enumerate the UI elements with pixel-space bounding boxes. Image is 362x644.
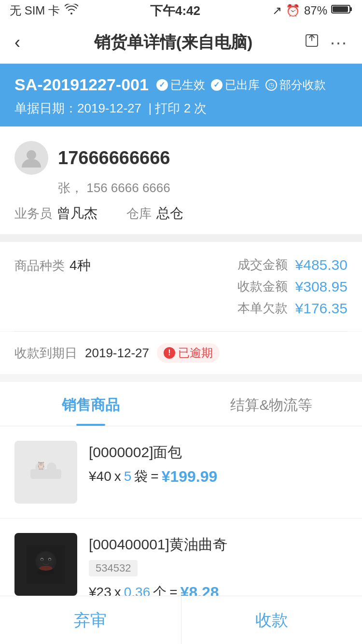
transaction-amount-row: 成交金额 ¥485.30 — [237, 256, 348, 273]
summary-right: 成交金额 ¥485.30 收款金额 ¥308.95 本单欠款 ¥176.35 — [237, 256, 348, 317]
transaction-amount-label: 成交金额 — [237, 256, 288, 273]
collection-amount-row: 收款金额 ¥308.95 — [237, 278, 348, 295]
transaction-amount-value: ¥485.30 — [295, 257, 348, 273]
equal-sign-1: = — [151, 469, 158, 484]
product-image-1: 🦉 — [14, 441, 77, 504]
product-sku-2: 534532 — [89, 560, 138, 576]
banner-date: 单据日期：2019-12-27 | 打印 2 次 — [14, 100, 348, 117]
back-button[interactable]: ‹ — [14, 32, 43, 53]
order-id: SA-20191227-001 — [14, 75, 149, 94]
battery-icon — [331, 4, 352, 17]
multiply-sign-1: x — [114, 469, 121, 484]
customer-avatar — [14, 141, 48, 175]
unit-price-1: ¥40 — [89, 469, 111, 484]
page-title: 销货单详情(来自电脑) — [94, 31, 253, 54]
svg-rect-2 — [333, 6, 348, 12]
total-1: ¥199.99 — [162, 468, 218, 486]
warehouse-item: 仓库 总仓 — [126, 204, 183, 223]
product-type-value: 4种 — [70, 256, 91, 275]
header-banner: SA-20191227-001 ✓ 已生效 ✓ 已出库 ◷ 部分收款 单据日期：… — [0, 64, 362, 126]
status-left: 无 SIM 卡 — [10, 3, 78, 18]
check-icon-2: ✓ — [211, 79, 223, 91]
product-name-1: [0000002]面包 — [89, 443, 348, 462]
sales-rep-item: 业务员 曾凡杰 — [14, 204, 97, 223]
customer-account-id: 17666666666 — [58, 148, 170, 168]
banner-top: SA-20191227-001 ✓ 已生效 ✓ 已出库 ◷ 部分收款 — [14, 75, 348, 94]
status-time: 下午4:42 — [150, 2, 200, 19]
divider-1 — [0, 234, 362, 242]
battery-label: 87% — [304, 4, 327, 17]
status-bar: 无 SIM 卡 下午4:42 ↗ ⏰ 87% — [0, 0, 362, 21]
svg-rect-1 — [350, 7, 352, 11]
location-icon: ↗ — [272, 4, 282, 17]
product-price-row-1: ¥40 x 5 袋 = ¥199.99 — [89, 467, 348, 486]
products-container: 🦉 [0000002]面包 ¥40 x 5 袋 = ¥199.99 — [0, 426, 362, 616]
warehouse-label: 仓库 — [126, 205, 152, 222]
sales-rep-value: 曾凡杰 — [57, 204, 97, 223]
clock-icon: ◷ — [265, 79, 277, 91]
alarm-icon: ⏰ — [286, 4, 300, 17]
nav-bar: ‹ 销货单详情(来自电脑) ··· — [0, 21, 362, 64]
more-button[interactable]: ··· — [330, 32, 348, 53]
qty-1: 5 — [124, 469, 132, 484]
tabs-container: 销售商品 结算&物流等 — [0, 382, 362, 426]
summary-row: 商品种类 4种 成交金额 ¥485.30 收款金额 ¥308.95 本单欠款 ¥… — [14, 256, 348, 317]
svg-point-4 — [27, 150, 36, 160]
status-tag-effective: ✓ 已生效 — [156, 77, 205, 93]
due-date-label: 收款到期日 — [14, 345, 77, 362]
customer-meta: 业务员 曾凡杰 仓库 总仓 — [14, 204, 348, 223]
check-icon-1: ✓ — [156, 79, 168, 91]
product-info-2: [000400001]黄油曲奇 534532 ¥23 x 0.36 个 = ¥8… — [89, 533, 348, 602]
collection-amount-label: 收款金额 — [237, 278, 288, 295]
product-type-label: 商品种类 — [14, 257, 65, 274]
collection-amount-value: ¥308.95 — [295, 279, 348, 295]
product-info-1: [0000002]面包 ¥40 x 5 袋 = ¥199.99 — [89, 441, 348, 486]
sales-rep-label: 业务员 — [14, 205, 52, 222]
due-date-value: 2019-12-27 — [85, 346, 149, 361]
arrears-value: ¥176.35 — [295, 300, 348, 317]
svg-point-16 — [39, 566, 52, 571]
status-right: ↗ ⏰ 87% — [272, 4, 352, 17]
status-tag-partial: ◷ 部分收款 — [265, 77, 326, 93]
overdue-badge: ! 已逾期 — [157, 343, 220, 363]
arrears-row: 本单欠款 ¥176.35 — [237, 300, 348, 317]
tab-settlement[interactable]: 结算&物流等 — [181, 382, 362, 426]
overdue-icon: ! — [164, 347, 175, 359]
unit-1: 袋 — [134, 467, 148, 486]
collect-payment-button[interactable]: 收款 — [181, 596, 362, 644]
tab-sales-products[interactable]: 销售商品 — [0, 382, 181, 426]
due-section: 收款到期日 2019-12-27 ! 已逾期 — [0, 332, 362, 374]
nav-actions: ··· — [303, 32, 348, 53]
customer-detail: 张， 156 6666 6666 — [14, 180, 348, 196]
product-name-2: [000400001]黄油曲奇 — [89, 535, 348, 555]
status-tag-shipped: ✓ 已出库 — [211, 77, 260, 93]
customer-section: 17666666666 张， 156 6666 6666 业务员 曾凡杰 仓库 … — [0, 126, 362, 234]
svg-point-14 — [41, 559, 43, 560]
svg-point-15 — [49, 559, 51, 560]
product-image-2 — [14, 533, 77, 596]
overdue-text: 已逾期 — [178, 345, 213, 361]
arrears-label: 本单欠款 — [237, 300, 288, 317]
product-type-item: 商品种类 4种 — [14, 256, 91, 275]
summary-left: 商品种类 4种 — [14, 256, 91, 275]
no-sim-label: 无 SIM 卡 — [10, 3, 60, 18]
summary-section: 商品种类 4种 成交金额 ¥485.30 收款金额 ¥308.95 本单欠款 ¥… — [0, 242, 362, 331]
bottom-action-bar: 弃审 收款 — [0, 596, 362, 644]
status-tags: ✓ 已生效 ✓ 已出库 ◷ 部分收款 — [156, 77, 326, 93]
wifi-icon — [65, 4, 78, 17]
share-button[interactable] — [303, 32, 320, 53]
svg-text:🦉: 🦉 — [36, 461, 46, 470]
cancel-review-button[interactable]: 弃审 — [0, 596, 181, 644]
customer-row: 17666666666 — [14, 141, 348, 175]
warehouse-value: 总仓 — [156, 204, 183, 223]
list-item: 🦉 [0000002]面包 ¥40 x 5 袋 = ¥199.99 — [0, 426, 362, 518]
